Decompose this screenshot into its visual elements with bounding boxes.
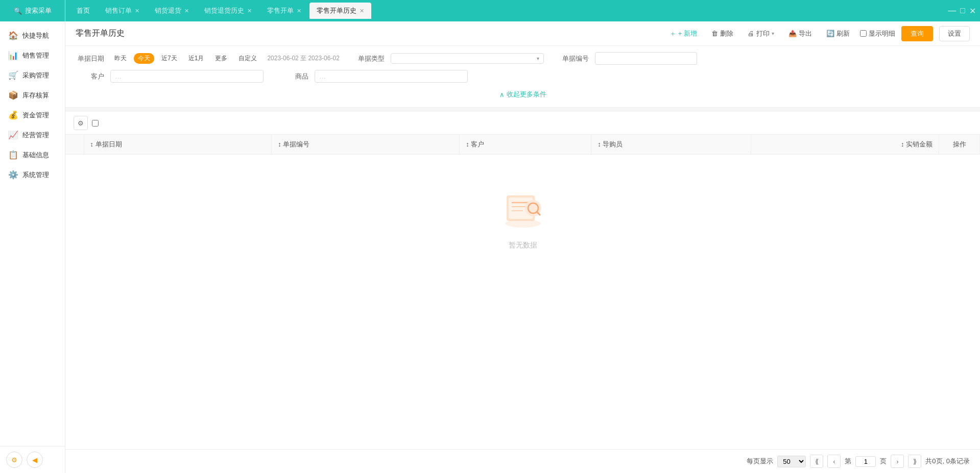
page-number-input[interactable]	[855, 456, 876, 467]
sidebar-label-inventory: 库存核算	[22, 91, 49, 100]
collapse-bar[interactable]: ∧ 收起更多条件	[76, 88, 970, 103]
collapse-up-icon: ∧	[499, 91, 505, 98]
filter-area: 单据日期 昨天 今天 近7天 近1月 更多 自定义 2023-06-02 至 2…	[65, 46, 980, 108]
page-title: 零售开单历史	[76, 28, 125, 39]
th-date: ↕ 单据日期	[84, 135, 272, 155]
sales-icon: 📊	[8, 51, 18, 60]
per-page-select[interactable]: 50 10 20 100	[777, 456, 806, 467]
table-header-row: ↕ 单据日期 ↕ 单据编号 ↕ 客户 ↕ 导购员	[65, 135, 980, 155]
query-button[interactable]: 查询	[901, 26, 933, 41]
print-button[interactable]: 🖨 打印 ▾	[744, 27, 778, 40]
sidebar-item-operation[interactable]: 📈经营管理	[0, 125, 65, 145]
select-all-checkbox[interactable]	[92, 120, 99, 127]
tab-retail-history[interactable]: 零售开单历史✕	[309, 3, 371, 19]
next-page-button[interactable]: ›	[891, 455, 904, 468]
inventory-icon: 📦	[8, 90, 18, 100]
delete-icon: 🗑	[711, 30, 718, 37]
type-filter-label: 单据类型	[356, 54, 385, 63]
collapse-icon: ◀	[32, 456, 37, 464]
date-btn-today[interactable]: 今天	[134, 53, 154, 64]
tab-sales-return[interactable]: 销货退货✕	[148, 3, 196, 19]
table-settings-button[interactable]: ⚙	[74, 116, 88, 130]
sidebar-label-base: 基础信息	[22, 151, 49, 160]
tab-retail-open[interactable]: 零售开单✕	[260, 3, 308, 19]
sidebar-menu: 🏠快捷导航📊销售管理🛒采购管理📦库存核算💰资金管理📈经营管理📋基础信息⚙️系统管…	[0, 21, 65, 446]
purchase-icon: 🛒	[8, 70, 18, 80]
search-icon: 🔍	[14, 7, 22, 15]
prev-page-button[interactable]: ‹	[827, 455, 841, 468]
table-area: ⚙ ↕ 单据日期 ↕ 单据编号	[65, 112, 980, 449]
tab-close-retail-open[interactable]: ✕	[297, 8, 301, 14]
settings-button[interactable]: ⚙	[6, 452, 22, 468]
collapse-label: 收起更多条件	[507, 90, 546, 99]
sidebar-label-sales: 销售管理	[22, 51, 49, 60]
date-btn-more[interactable]: 更多	[211, 53, 231, 64]
total-label: 共0页, 0条记录	[925, 457, 970, 466]
export-button[interactable]: 📤 导出	[784, 27, 816, 40]
first-page-button[interactable]: ⟪	[810, 455, 823, 468]
add-button[interactable]: ＋ + 新增	[665, 27, 701, 40]
th-customer: ↕ 客户	[460, 135, 591, 155]
delete-button[interactable]: 🗑 删除	[707, 27, 737, 40]
tab-sales-return-history[interactable]: 销货退货历史✕	[197, 3, 259, 19]
page-suffix: 页	[880, 457, 887, 466]
show-detail-input[interactable]	[860, 30, 867, 37]
customer-filter-label: 客户	[76, 72, 104, 81]
date-btn-1month[interactable]: 近1月	[184, 53, 208, 64]
pagination: 每页显示 50 10 20 100 ⟪ ‹ 第 页 › ⟫ 共0页, 0条记录	[65, 449, 980, 473]
operation-icon: 📈	[8, 130, 18, 140]
sidebar-label-quick-nav: 快捷导航	[22, 31, 49, 40]
tab-close-retail-history[interactable]: ✕	[360, 8, 364, 14]
sidebar-item-finance[interactable]: 💰资金管理	[0, 105, 65, 125]
search-menu-button[interactable]: 🔍 搜索采单	[0, 0, 65, 21]
empty-illustration	[497, 185, 548, 233]
tab-home[interactable]: 首页	[69, 3, 97, 19]
show-detail-checkbox[interactable]: 显示明细	[860, 29, 895, 38]
tab-close-sales-return-history[interactable]: ✕	[247, 8, 252, 14]
maximize-button[interactable]: □	[960, 6, 965, 15]
goods-select[interactable]: …	[315, 70, 468, 83]
sidebar-label-system: 系统管理	[22, 170, 49, 180]
type-select[interactable]: ▾	[391, 53, 544, 64]
sidebar-item-quick-nav[interactable]: 🏠快捷导航	[0, 26, 65, 45]
add-icon: ＋	[670, 29, 676, 38]
tab-sales-order[interactable]: 销售订单✕	[98, 3, 147, 19]
sidebar-item-purchase[interactable]: 🛒采购管理	[0, 65, 65, 85]
refresh-icon: 🔄	[826, 30, 834, 37]
goods-filter-label: 商品	[280, 72, 308, 81]
filter-row-2: 客户 … 商品 …	[76, 70, 970, 83]
close-button[interactable]: ✕	[969, 6, 976, 16]
goods-placeholder: …	[319, 72, 463, 80]
number-filter-label: 单据编号	[560, 54, 589, 63]
customer-select[interactable]: …	[110, 70, 264, 83]
refresh-button[interactable]: 🔄 刷新	[822, 27, 854, 40]
tab-label-sales-return-history: 销货退货历史	[204, 6, 244, 15]
empty-text: 暂无数据	[509, 241, 537, 250]
tab-label-sales-order: 销售订单	[105, 6, 132, 15]
toolbar: ＋ + 新增 🗑 删除 🖨 打印 ▾ 📤 导出 🔄	[665, 26, 970, 41]
date-btn-yesterday[interactable]: 昨天	[110, 53, 131, 64]
sidebar-item-sales[interactable]: 📊销售管理	[0, 45, 65, 65]
tab-close-sales-order[interactable]: ✕	[135, 8, 139, 14]
date-filter-label: 单据日期	[76, 54, 104, 63]
date-btn-7days[interactable]: 近7天	[157, 53, 181, 64]
tab-close-sales-return[interactable]: ✕	[184, 8, 189, 14]
sidebar-item-base[interactable]: 📋基础信息	[0, 145, 65, 165]
minimize-button[interactable]: —	[948, 6, 956, 15]
last-page-button[interactable]: ⟫	[908, 455, 921, 468]
number-input[interactable]	[595, 52, 697, 65]
th-number: ↕ 单据编号	[272, 135, 460, 155]
top-nav: 首页销售订单✕销货退货✕销货退货历史✕零售开单✕零售开单历史✕ — □ ✕	[65, 0, 980, 21]
sidebar-item-system[interactable]: ⚙️系统管理	[0, 165, 65, 185]
page-header: 零售开单历史 ＋ + 新增 🗑 删除 🖨 打印 ▾ 📤 导出	[65, 21, 980, 46]
customer-placeholder: …	[115, 72, 259, 80]
sidebar-item-inventory[interactable]: 📦库存核算	[0, 85, 65, 105]
sidebar-label-finance: 资金管理	[22, 111, 49, 120]
th-salesperson: ↕ 导购员	[591, 135, 751, 155]
collapse-button[interactable]: ◀	[27, 452, 43, 468]
base-icon: 📋	[8, 150, 18, 160]
setting-button[interactable]: 设置	[939, 26, 970, 41]
print-arrow-icon: ▾	[772, 31, 774, 36]
date-btn-custom[interactable]: 自定义	[234, 53, 261, 64]
date-range-display: 2023-06-02 至 2023-06-02	[267, 54, 339, 63]
